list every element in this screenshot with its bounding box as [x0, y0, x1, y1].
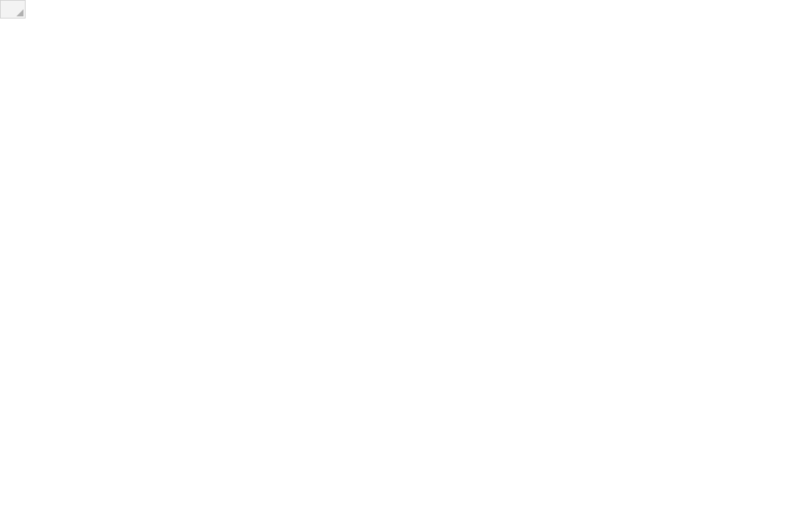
select-all-corner[interactable] [0, 0, 26, 18]
spreadsheet-grid[interactable] [0, 0, 789, 518]
